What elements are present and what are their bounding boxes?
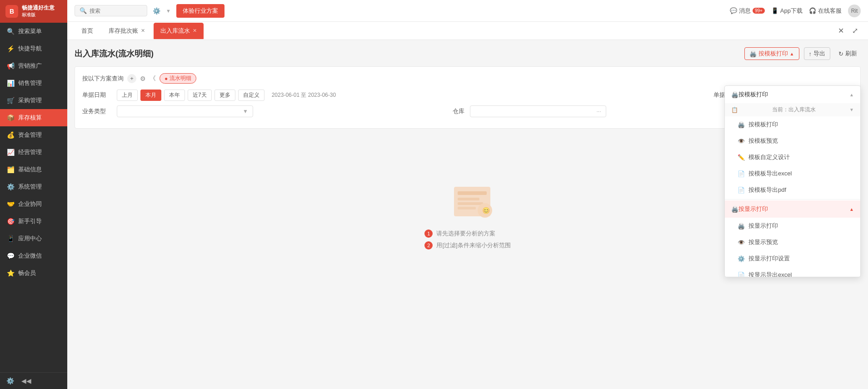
message-label: 消息 [739,7,751,15]
tab-expand-btn[interactable]: ⤢ [849,25,861,36]
dropdown-panel: 🖨️ 按模板打印 ▲ 📋 当前：出入库流水 ▼ 🖨️ 按模板打印 [724,85,861,277]
design-icon: ✏️ [738,154,745,161]
sidebar-item-apps[interactable]: 📱 应用中心 [0,230,67,247]
date-btn-week[interactable]: 近7天 [188,90,212,101]
sidebar-label-sales: 销售管理 [18,79,42,87]
sidebar-icon-finance: 💰 [6,131,15,139]
date-btn-current-month[interactable]: 本月 [140,90,161,101]
filter-date-options: 上月 本月 本年 近7天 更多 自定义 [117,90,264,101]
dropdown-item-template-preview[interactable]: 👁️ 按模板预览 [725,133,860,149]
sidebar-item-basics[interactable]: 🗂️ 基础信息 [0,161,67,178]
sidebar-item-system[interactable]: ⚙️ 系统管理 [0,178,67,195]
refresh-icon: ↻ [838,50,843,57]
sidebar-label-search: 搜索菜单 [18,27,42,35]
date-btn-prev-month[interactable]: 上月 [117,90,138,101]
tabbar-actions: ✕ ⤢ [835,25,861,36]
sidebar-label-marketing: 营销推广 [18,62,42,70]
sidebar-item-search[interactable]: 🔍 搜索菜单 [0,23,67,40]
sidebar-logo: B [5,5,18,18]
dropdown-item-display-excel[interactable]: 📄 按显示导出excel [725,267,860,277]
page-content: 出入库流水(流水明细) 🖨️ 按模板打印 ▲ ↑ 导出 ↻ 刷新 [67,40,868,389]
item-label: 按显示预览 [748,238,778,246]
tab-home[interactable]: 首页 [75,23,100,39]
dropdown-item-template-print[interactable]: 🖨️ 按模板打印 [725,116,860,133]
dropdown-display-label: 按显示打印 [738,205,768,213]
sidebar-title: 畅捷通好生意 [22,5,55,12]
sidebar-item-guide[interactable]: 🎯 新手引导 [0,213,67,230]
item-label: 按显示导出excel [748,271,792,277]
trial-btn[interactable]: 体验行业方案 [176,4,224,18]
search-input[interactable] [90,8,135,14]
settings-footer-icon[interactable]: ⚙️ [6,377,14,384]
export-icon: ↑ [809,50,812,57]
printer-icon: 🖨️ [749,50,757,57]
tab-batch-account-close[interactable]: ✕ [141,28,145,34]
date-btn-custom[interactable]: 自定义 [238,90,264,101]
message-icon: 💬 [730,7,737,14]
sidebar-item-purchase[interactable]: 🛒 采购管理 [0,92,67,109]
filter-tag[interactable]: ● 流水明细 [160,73,196,84]
sidebar-label-basics: 基础信息 [18,165,42,174]
app-download-group[interactable]: 📱 App下载 [771,7,803,15]
item-label: 按模板打印 [748,120,778,129]
sidebar-icon-inventory: 📦 [6,114,15,121]
tab-batch-account[interactable]: 库存批次账 ✕ [102,23,152,39]
page-title: 出入库流水(流水明细) [75,48,154,59]
sidebar-icon-system: ⚙️ [6,183,15,190]
collapse-sidebar-icon[interactable]: ◀◀ [21,377,31,384]
export-btn[interactable]: ↑ 导出 [804,47,831,60]
dropdown-item-display-settings[interactable]: ⚙️ 按显示打印设置 [725,250,860,267]
dropdown-template-header[interactable]: 🖨️ 按模板打印 ▲ [725,86,860,103]
topbar-search-box[interactable]: 🔍 [75,5,147,16]
svg-rect-4 [458,207,476,209]
svg-text:😊: 😊 [482,207,490,214]
filter-biz-type-select[interactable]: ▼ [117,105,253,117]
topbar: 🔍 ⚙️ ▼ 体验行业方案 💬 消息 99+ 📱 App下载 🎧 在线客服 Ri… [67,0,868,22]
sidebar-label-quick-nav: 快捷导航 [18,45,42,53]
dropdown-item-template-pdf[interactable]: 📄 按模板导出pdf [725,182,860,198]
sidebar-item-sales[interactable]: 📊 销售管理 [0,75,67,92]
template-print-btn[interactable]: 🖨️ 按模板打印 ▲ [744,47,799,60]
dropdown-arrow-icon[interactable]: ▼ [166,8,171,14]
tab-flow[interactable]: 出入库流水 ✕ [154,23,204,39]
tab-flow-label: 出入库流水 [160,27,190,35]
date-btn-year[interactable]: 本年 [164,90,185,101]
sidebar-label-system: 系统管理 [18,183,42,191]
sidebar-label-member: 畅会员 [18,269,36,277]
online-service-group[interactable]: 🎧 在线客服 [809,7,842,15]
sidebar-label-inventory: 库存核算 [18,114,42,122]
message-group[interactable]: 💬 消息 99+ [730,7,765,15]
sidebar-header: B 畅捷通好生意 标准版 [0,0,67,23]
tab-close-btn[interactable]: ✕ [835,25,847,36]
sidebar-item-wechat[interactable]: 💬 企业微信 [0,247,67,264]
dropdown-item-template-custom[interactable]: ✏️ 模板自定义设计 [725,149,860,165]
user-avatar[interactable]: Rit [848,5,861,17]
dropdown-item-display-preview[interactable]: 👁️ 按显示预览 [725,234,860,250]
sidebar-item-operations[interactable]: 📈 经营管理 [0,144,67,161]
svg-rect-2 [458,198,479,200]
sidebar-item-inventory[interactable]: 📦 库存核算 [0,109,67,126]
filter-add-btn[interactable]: + [127,74,136,83]
filter-settings-btn[interactable]: ⚙ [140,75,146,82]
empty-step-2: 2 用[过滤]条件来缩小分析范围 [424,239,510,251]
item-label: 按显示打印 [748,222,778,230]
item-label: 模板自定义设计 [748,153,790,161]
tab-flow-close[interactable]: ✕ [193,28,197,34]
biz-type-arrow: ▼ [243,108,248,115]
dropdown-template-label: 按模板打印 [738,90,768,99]
sidebar-item-quick-nav[interactable]: ⚡ 快捷导航 [0,40,67,57]
dropdown-current-template[interactable]: 📋 当前：出入库流水 ▼ [725,103,860,116]
dropdown-display-header[interactable]: 🖨️ 按显示打印 ▲ [725,200,860,218]
dropdown-item-template-excel[interactable]: 📄 按模板导出excel [725,165,860,182]
filter-collapse-btn[interactable]: 《 [150,75,156,83]
date-btn-more[interactable]: 更多 [215,90,235,101]
refresh-btn[interactable]: ↻ 刷新 [835,48,861,60]
sidebar-item-member[interactable]: ⭐ 畅会员 [0,264,67,282]
dropdown-item-display-print[interactable]: 🖨️ 按显示打印 [725,218,860,234]
sidebar-item-cooperation[interactable]: 🤝 企业协同 [0,195,67,213]
sidebar-item-marketing[interactable]: 📢 营销推广 [0,57,67,75]
filter-warehouse-select[interactable]: ··· [470,105,606,117]
topbar-settings-icon[interactable]: ⚙️ [153,7,160,15]
search-icon: 🔍 [80,7,87,14]
sidebar-item-finance[interactable]: 💰 资金管理 [0,126,67,144]
